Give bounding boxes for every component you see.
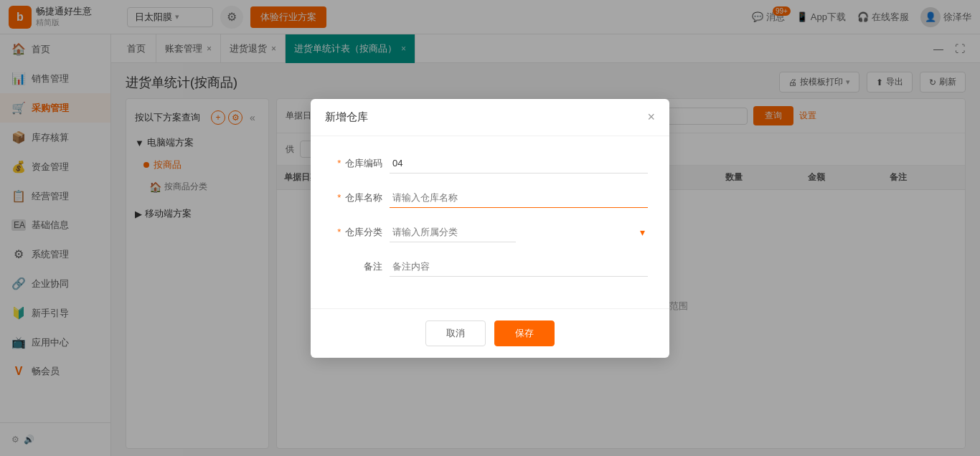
- form-row-category: * 仓库分类 ▾: [332, 222, 648, 242]
- dialog-close-button[interactable]: ×: [647, 110, 655, 123]
- dialog-overlay: 新增仓库 × * 仓库编码 * 仓库名称: [0, 0, 980, 456]
- dialog-title: 新增仓库: [325, 110, 368, 124]
- code-label: * 仓库编码: [332, 157, 390, 170]
- dialog-header: 新增仓库 ×: [311, 99, 669, 136]
- code-input[interactable]: [390, 153, 648, 174]
- save-button[interactable]: 保存: [494, 320, 555, 346]
- category-label: * 仓库分类: [332, 226, 390, 239]
- form-row-note: 备注: [332, 257, 648, 277]
- form-row-name: * 仓库名称: [332, 188, 648, 208]
- category-arrow-icon: ▾: [640, 227, 645, 238]
- name-input[interactable]: [390, 188, 648, 208]
- dialog-body: * 仓库编码 * 仓库名称 * 仓库分类: [311, 136, 669, 308]
- category-wrapper: ▾: [390, 222, 648, 242]
- name-label: * 仓库名称: [332, 191, 390, 204]
- category-input[interactable]: [390, 222, 516, 242]
- add-warehouse-dialog: 新增仓库 × * 仓库编码 * 仓库名称: [311, 99, 669, 358]
- note-label: 备注: [332, 260, 390, 273]
- cancel-button[interactable]: 取消: [425, 320, 486, 346]
- form-row-code: * 仓库编码: [332, 153, 648, 174]
- dialog-footer: 取消 保存: [311, 308, 669, 358]
- note-input[interactable]: [390, 257, 648, 277]
